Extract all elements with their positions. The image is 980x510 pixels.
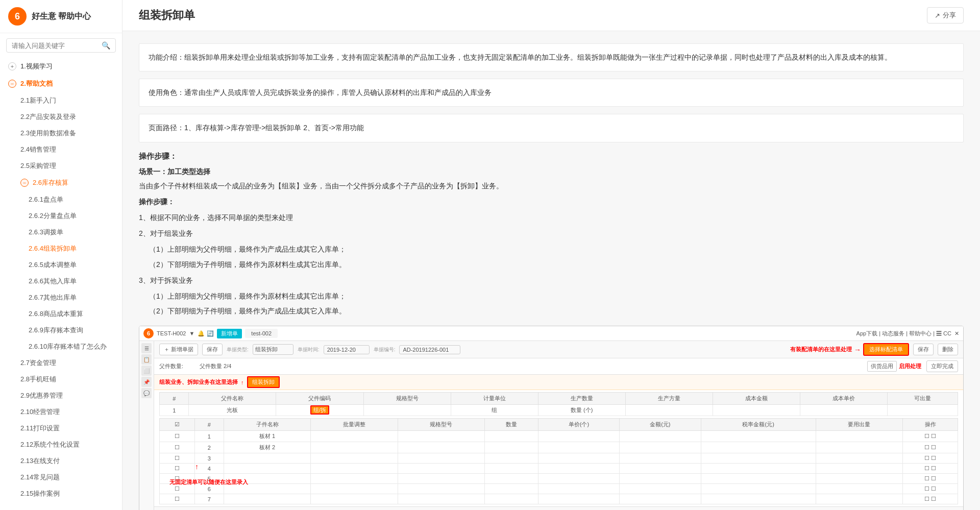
- sidebar-item-stocktake[interactable]: 2.6.1盘点单: [0, 191, 122, 208]
- mock-count-value: 父件数量 2/4: [200, 362, 231, 370]
- sidebar-item-cases[interactable]: 2.15操作案例: [0, 485, 122, 502]
- mock-th-cost-unit: 成本单价: [800, 393, 887, 405]
- mock-bottom-bar: 合计 89.00 0.00 0.00 0.00 共0页: [154, 506, 963, 510]
- mock-process-input[interactable]: 供货品用: [867, 361, 897, 372]
- main-header: 组装拆卸单 ↗ 分享: [122, 0, 980, 31]
- sidebar-item-mobile[interactable]: 2.8手机旺铺: [0, 371, 122, 387]
- sidebar-item-transfer[interactable]: 2.6.3调拨单: [0, 224, 122, 240]
- sidebar-item-online-pay[interactable]: 2.13在线支付: [0, 453, 122, 469]
- sidebar-item-purchase[interactable]: 2.5采购管理: [0, 158, 122, 174]
- mock-parent-table: # 父件名称 父件编码 规格型号 计量单位 生产数量 生产方量 成本金额 成本单: [159, 392, 958, 416]
- mock-sub-th-batch: 批量调整: [311, 419, 398, 431]
- sidebar-item-personalize[interactable]: 2.12系统个性化设置: [0, 436, 122, 453]
- mock-toolbar-new-btn[interactable]: ＋ 新增单据: [159, 344, 198, 355]
- mock-parent-cell-1: 1: [160, 405, 189, 416]
- mock-left-icon-5[interactable]: 💬: [141, 388, 152, 398]
- mock-tab-new[interactable]: 新增单: [217, 329, 242, 338]
- mock-th-vol: 生产方量: [625, 393, 713, 405]
- mock-parent-cell-6: 数量 (个): [538, 405, 625, 416]
- mock-tab-existing[interactable]: test-002: [245, 329, 278, 338]
- mock-assembly-btn[interactable]: 组装拆卸: [247, 376, 280, 388]
- mock-th-num: #: [160, 393, 189, 405]
- mock-type-label: 单据类型:: [227, 346, 249, 353]
- sidebar-item-cost-recalc[interactable]: 2.6.8商品成本重算: [0, 306, 122, 322]
- mock-type-annotation-row: 组装业务、拆卸业务在这里选择 ↑ 组装拆卸: [154, 375, 963, 390]
- search-input[interactable]: [12, 42, 102, 50]
- steps-title: 操作步骤：: [139, 152, 964, 161]
- sidebar-item-operation[interactable]: 2.10经营管理: [0, 404, 122, 420]
- nav-group-1: + 1.视频学习: [0, 58, 122, 75]
- main-scrollable-content: 功能介绍：组装拆卸单用来处理企业组装或拆卸等加工业务，支持有固定装配清单的产品加…: [122, 31, 980, 510]
- mock-left-panel: ☰ 📋 ⬜ 📌 💬: [139, 341, 154, 510]
- share-icon: ↗: [935, 12, 940, 19]
- sidebar-item-cost-adjust[interactable]: 2.6.5成本调整单: [0, 257, 122, 273]
- mock-child-row-6: ☐ 6: [160, 484, 958, 494]
- mock-child-row-1: ☐ 1 板材 1: [160, 431, 958, 442]
- sidebar-item-data-prep[interactable]: 2.3使用前数据准备: [0, 125, 122, 141]
- mock-parent-cell-2: 光板: [189, 405, 276, 416]
- page-title: 组装拆卸单: [139, 8, 195, 23]
- search-box[interactable]: 🔍: [6, 38, 116, 53]
- step1: 1、根据不同的业务，选择不同单据的类型来处理: [139, 211, 964, 224]
- mock-main-area: ＋ 新增单据 保存 单据类型: 组装拆卸 单据时间: 2019-12-20 单据…: [154, 341, 963, 510]
- mock-confirm-btn[interactable]: 立即完成: [926, 360, 958, 372]
- mock-left-icon-1[interactable]: ☰: [141, 343, 152, 353]
- mock-count-label: 父件数量:: [159, 362, 194, 370]
- mock-type-value[interactable]: 组装拆卸: [253, 344, 293, 355]
- sidebar-item-sales[interactable]: 2.4销售管理: [0, 141, 122, 158]
- mock-left-icon-3[interactable]: ⬜: [141, 366, 152, 376]
- share-button[interactable]: ↗ 分享: [927, 7, 964, 23]
- mock-upper-table-area: # 父件名称 父件编码 规格型号 计量单位 生产数量 生产方量 成本金额 成本单: [154, 390, 963, 416]
- mock-child-row-7: ☐ 7: [160, 494, 958, 504]
- app-logo-icon: 6: [8, 7, 27, 26]
- sidebar-item-inventory-query[interactable]: 2.6.9库存账本查询: [0, 322, 122, 338]
- sidebar-item-faq[interactable]: 2.14常见问题: [0, 469, 122, 485]
- sidebar-item-batch-stocktake[interactable]: 2.6.2分量盘点单: [0, 208, 122, 224]
- sidebar-item-coupon[interactable]: 2.9优惠券管理: [0, 387, 122, 404]
- sidebar-item-other-out[interactable]: 2.6.7其他出库单: [0, 289, 122, 306]
- steps-intro: 操作步骤：: [139, 196, 964, 208]
- mock-parent-cell-5: 组: [451, 405, 538, 416]
- scenario1-title: 场景一：加工类型选择: [139, 167, 964, 177]
- mock-child-row-2: ☐ 2 板材 2: [160, 442, 958, 453]
- mock-toolbar-save-btn[interactable]: 保存: [202, 344, 223, 355]
- sidebar-item-assembly[interactable]: 2.6.4组装拆卸单: [0, 240, 122, 257]
- mock-delete-btn[interactable]: 删除: [938, 344, 958, 355]
- mock-annotation1-area: 有装配清单的在这里处理 → 选择标配清单: [790, 343, 909, 356]
- mock-sub-th-amount: 金额(元): [620, 419, 701, 431]
- mock-number-value[interactable]: AD-20191226-001: [399, 345, 460, 354]
- mock-sub-th-name: 子件名称: [224, 419, 310, 431]
- sidebar-item-print[interactable]: 2.11打印设置: [0, 420, 122, 436]
- sidebar-item-newcomer[interactable]: 2.1新手入门: [0, 92, 122, 109]
- role-block: 使用角色：通常由生产人员或库管人员完成拆装业务的操作，库管人员确认原材料的出库和…: [139, 79, 964, 107]
- mock-save-btn2[interactable]: 保存: [913, 344, 934, 355]
- mock-type-annotation-text: 组装业务、拆卸业务在这里选择: [159, 378, 238, 386]
- mock-sub-th-actions: 操作: [903, 419, 958, 431]
- mock-select-btn[interactable]: 选择标配清单: [863, 343, 909, 356]
- nav-group-2: − 2.帮助文档 2.1新手入门 2.2产品安装及登录 2.3使用前数据准备 2…: [0, 75, 122, 502]
- mock-th-unit: 计量单位: [451, 393, 538, 405]
- search-icon[interactable]: 🔍: [102, 41, 110, 50]
- sidebar-item-inventory[interactable]: − 2.6库存核算: [0, 174, 122, 191]
- sidebar-item-install[interactable]: 2.2产品安装及登录: [0, 109, 122, 125]
- mock-left-icon-2[interactable]: 📋: [141, 354, 152, 365]
- step3-sub1: （1）上部明细为父件明细，最终作为原材料生成其它出库单；: [149, 290, 964, 303]
- step2-sub1: （1）上部明细为父件明细，最终作为产成品生成其它入库单；: [149, 243, 964, 256]
- mock-sub-th-qty: 数量: [485, 419, 538, 431]
- mock-app-logo: 6: [143, 328, 154, 338]
- sidebar-item-funds[interactable]: 2.7资金管理: [0, 355, 122, 371]
- mock-date-label: 单据时间:: [298, 346, 320, 353]
- scenario1-desc: 当由多个子件材料组装成一个成品的业务为【组装】业务，当由一个父件拆分成多个子产品…: [139, 180, 964, 192]
- sidebar-item-other-in[interactable]: 2.6.6其他入库单: [0, 273, 122, 289]
- sidebar-item-help-docs[interactable]: − 2.帮助文档: [0, 75, 122, 92]
- mock-parent-cell-4: [363, 405, 451, 416]
- mock-left-icon-4[interactable]: 📌: [141, 377, 152, 387]
- mock-date-value[interactable]: 2019-12-20: [324, 345, 370, 354]
- mock-process-area: 供货品用 启用处理: [867, 361, 921, 372]
- sidebar-item-video-learning[interactable]: + 1.视频学习: [0, 58, 122, 75]
- mock-close-icon[interactable]: ✕: [954, 330, 959, 337]
- mock-sub-th-price: 单价(个): [538, 419, 619, 431]
- sidebar-logo: 6 好生意 帮助中心: [0, 0, 122, 33]
- main-content-area: 组装拆卸单 ↗ 分享 功能介绍：组装拆卸单用来处理企业组装或拆卸等加工业务，支持…: [122, 0, 980, 510]
- sidebar-item-inventory-error[interactable]: 2.6.10库存账本错了怎么办: [0, 338, 122, 355]
